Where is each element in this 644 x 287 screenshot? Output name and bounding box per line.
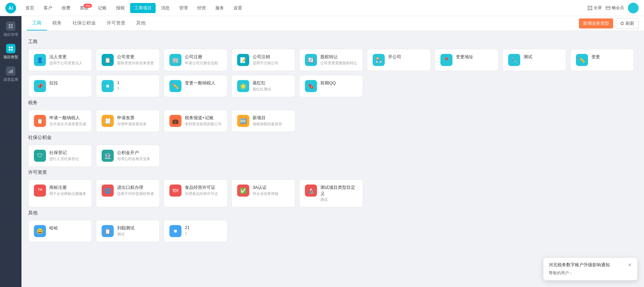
card-title-test-type: 测试项目类型目定义: [320, 185, 357, 197]
nav-item-message[interactable]: 消息: [157, 3, 174, 13]
card-title-3a-cert: 3A认证: [253, 185, 278, 191]
card-legal-change[interactable]: 👤 法人变更 适用于公司变更法人: [28, 49, 92, 71]
user-avatar[interactable]: [628, 3, 639, 13]
card-one[interactable]: ■ 1 1: [96, 75, 160, 97]
tab-tax[interactable]: 税务: [47, 16, 67, 30]
card-desc-ge-honghong: 葛红红测试: [253, 87, 271, 92]
card-title-ge-honghong: 葛红红: [253, 80, 271, 86]
card-title-new-project: 新项目: [253, 115, 282, 121]
card-food-license[interactable]: 🍽 食品经营许可证 办理食品经营许可证: [164, 180, 227, 207]
nav-item-fee[interactable]: 收费: [58, 3, 74, 13]
tabs-list: 工商 税务 社保公积金 许可资质 其他: [27, 16, 151, 30]
tab-industry-commerce[interactable]: 工商: [27, 16, 47, 30]
section-title-other: 其他: [28, 210, 637, 216]
card-21[interactable]: ■ 21 1: [164, 220, 227, 242]
card-icon-lala: 📌: [34, 80, 46, 92]
card-fund-open[interactable]: 🏦 公积金开户 办理公积金相关业务: [96, 145, 160, 167]
card-tax-reporting[interactable]: 💼 税务报道+记账 拿到营业执照的新公司: [164, 110, 227, 132]
card-test[interactable]: 🔧 测试: [502, 49, 566, 71]
sidebar-item-project-management[interactable]: 项目管理: [0, 19, 21, 40]
member-button[interactable]: 畅会员: [606, 5, 624, 11]
card-desc-new-project: 报税加税控盘保管: [253, 122, 282, 127]
sidebar-label-project-type: 项目类型: [3, 55, 18, 60]
card-qq[interactable]: 🔖 前期QQ: [299, 75, 363, 97]
refresh-button[interactable]: 刷新: [616, 18, 639, 29]
card-liucong-test[interactable]: 📋 刘聪测试 测试: [96, 220, 160, 242]
card-change[interactable]: ✏️ 变更: [570, 49, 634, 71]
tabs-bar: 工商 税务 社保公积金 许可资质 其他 新增业务类型 刷新: [21, 16, 644, 31]
card-title-company-cancel: 公司注销: [253, 54, 278, 60]
card-ge-honghong[interactable]: 🌟 葛红红 葛红红测试: [231, 75, 295, 97]
project-management-icon: [6, 21, 15, 31]
card-title-open-company: 开公司: [388, 54, 401, 60]
card-text-equity-transfer: 股权转让 公司变更需要股权转让: [320, 54, 357, 66]
card-icon-food-license: 🍽: [169, 185, 181, 197]
content-area: 工商 👤 法人变更 适用于公司变更法人 📋 公司变更 股权变更外的业务变更 🏢: [21, 31, 644, 250]
refresh-label: 刷新: [626, 20, 634, 26]
card-apply-invoice[interactable]: 🧾 申请发票 办理申请发票业务: [96, 110, 160, 132]
card-icon-equity-transfer: 🔄: [305, 54, 317, 66]
category-icon: [8, 46, 13, 51]
refresh-icon: [620, 21, 624, 25]
card-text-change-address: 变更地址: [456, 54, 473, 61]
card-company-register[interactable]: 🏢 公司注册 申请公司注册全流程: [164, 49, 227, 71]
card-icon-ge-honghong: 🌟: [237, 80, 249, 92]
nav-item-service[interactable]: 服务: [211, 3, 228, 13]
nav-item-invoice[interactable]: 票据new: [76, 3, 93, 13]
industry-card-grid: 👤 法人变更 适用于公司变更法人 📋 公司变更 股权变更外的业务变更 🏢 公司注…: [28, 49, 637, 97]
card-test-type[interactable]: 🔬 测试项目类型目定义 测试: [299, 180, 363, 207]
tab-other[interactable]: 其他: [131, 16, 151, 30]
card-apply-taxpayer[interactable]: 📋 申请一般纳税人 当月或次月成变更完成: [28, 110, 92, 132]
sidebar-item-progress-monitor[interactable]: 进度监测: [0, 64, 21, 85]
card-title-lala: 拉拉: [49, 80, 58, 86]
card-title-apply-invoice: 申请发票: [117, 115, 147, 121]
card-desc-liucong-test: 测试: [117, 232, 135, 237]
tab-license[interactable]: 许可资质: [101, 16, 131, 30]
nav-item-settings[interactable]: 设置: [229, 3, 246, 13]
card-text-liucong-test: 刘聪测试 测试: [117, 225, 135, 237]
sidebar-item-project-type[interactable]: 项目类型: [0, 41, 21, 62]
card-icon-new-project: 🆕: [237, 115, 249, 127]
nav-item-customer[interactable]: 客户: [40, 3, 56, 13]
nav-item-industry[interactable]: 工商项目: [130, 3, 156, 13]
card-equity-transfer[interactable]: 🔄 股权转让 公司变更需要股权转让: [299, 49, 363, 71]
section-title-industry: 工商: [28, 39, 637, 45]
notification-close-button[interactable]: ✕: [628, 262, 632, 268]
card-company-cancel[interactable]: 📝 公司注销 适用于注销公司: [231, 49, 295, 71]
card-trademark[interactable]: ™ 商标注册 用于企业商标注册服务: [28, 180, 92, 207]
card-open-company[interactable]: 🏪 开公司: [367, 49, 431, 71]
card-text-tax-reporting: 税务报道+记账 拿到营业执照的新公司: [185, 115, 222, 127]
card-3a-cert[interactable]: ✅ 3A认证 对企业信誉评级: [231, 180, 295, 207]
svg-rect-0: [588, 6, 589, 7]
card-change-address[interactable]: 📍 变更地址: [435, 49, 498, 71]
section-title-tax: 税务: [28, 100, 637, 106]
nav-item-management[interactable]: 管理: [175, 3, 192, 13]
card-lala[interactable]: 📌 拉拉: [28, 75, 92, 97]
card-desc-fund-open: 办理公积金相关业务: [117, 156, 150, 161]
card-title-test: 测试: [524, 54, 532, 60]
svg-rect-11: [11, 47, 13, 48]
app-logo: Ai: [5, 3, 16, 13]
card-company-change[interactable]: 📋 公司变更 股权变更外的业务变更: [96, 49, 160, 71]
nav-item-bookkeeping[interactable]: 记账: [94, 3, 111, 13]
card-change-taxpayer[interactable]: ✏️ 变更一般纳税人: [164, 75, 227, 97]
nav-item-operation[interactable]: 经营: [193, 3, 210, 13]
nav-right-actions: 全屏 畅会员: [588, 3, 639, 13]
card-text-food-license: 食品经营许可证 办理食品经营许可证: [185, 185, 218, 196]
card-social-register[interactable]: 🛡 社保登记 进行人员社保登记: [28, 145, 92, 167]
card-text-company-change: 公司变更 股权变更外的业务变更: [117, 54, 154, 66]
card-text-lala: 拉拉: [49, 80, 58, 87]
project-type-icon: [6, 44, 15, 53]
svg-rect-3: [591, 9, 592, 10]
progress-monitor-icon: [6, 66, 15, 76]
card-haha[interactable]: 😄 哈哈: [28, 220, 92, 242]
fullscreen-button[interactable]: 全屏: [588, 5, 602, 11]
card-new-project[interactable]: 🆕 新项目 报税加税控盘保管: [231, 110, 295, 132]
card-import-export[interactable]: 🌐 进出口权办理 适用于对外贸易经营者: [96, 180, 160, 207]
nav-item-tax[interactable]: 报税: [112, 3, 129, 13]
section-title-social: 社保公积金: [28, 135, 637, 141]
svg-rect-10: [9, 47, 10, 48]
new-type-button[interactable]: 新增业务类型: [579, 18, 613, 28]
tab-social-security[interactable]: 社保公积金: [67, 16, 101, 30]
nav-item-home[interactable]: 首页: [21, 3, 38, 13]
